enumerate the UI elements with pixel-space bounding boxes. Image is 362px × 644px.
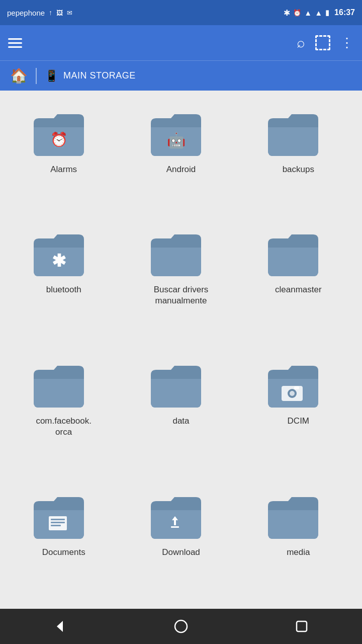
folder-icon-alarms: ⏰ xyxy=(29,106,99,161)
list-item[interactable]: Download xyxy=(122,484,239,599)
upload-icon: ↑ xyxy=(49,9,52,17)
photo-icon: 🖼 xyxy=(56,9,63,17)
folder-icon-backups xyxy=(263,106,333,161)
svg-rect-9 xyxy=(51,522,65,523)
home-icon[interactable]: 🏠 xyxy=(10,67,28,84)
folder-icon-android: 🤖 xyxy=(146,106,216,161)
battery-icon: ▮ xyxy=(325,8,329,17)
alarm-status-icon: ⏰ xyxy=(293,9,301,17)
app-bar-right: ⌕ ⋮ xyxy=(297,35,354,51)
bottom-nav xyxy=(0,609,362,644)
more-options-button[interactable]: ⋮ xyxy=(340,35,354,51)
folder-icon-bluetooth: ✱ xyxy=(29,226,99,281)
svg-text:⏰: ⏰ xyxy=(50,131,67,148)
list-item[interactable]: data xyxy=(122,352,239,478)
recents-button[interactable] xyxy=(287,611,317,641)
list-item[interactable]: com.facebook.orca xyxy=(5,352,122,478)
svg-rect-10 xyxy=(51,525,61,526)
status-bar: pepephone ↑ 🖼 ✉ ✱ ⏰ ▲ ▲ ▮ 16:37 xyxy=(0,0,362,25)
folder-icon-cleanmaster xyxy=(263,226,333,281)
home-button[interactable] xyxy=(166,611,196,641)
svg-text:✱: ✱ xyxy=(52,251,66,270)
app-bar: ⌕ ⋮ xyxy=(0,25,362,60)
bluetooth-status-icon: ✱ xyxy=(284,8,290,18)
svg-text:🤖: 🤖 xyxy=(166,131,186,149)
storage-label: Main Storage xyxy=(63,70,136,81)
svg-point-5 xyxy=(290,391,295,396)
svg-rect-8 xyxy=(51,519,65,520)
folder-icon-download xyxy=(146,489,216,544)
folder-buscar-label: Buscar drivers manualmente xyxy=(133,284,229,306)
folder-backups-label: backups xyxy=(283,164,314,175)
folder-download-label: Download xyxy=(162,547,200,558)
svg-rect-6 xyxy=(294,386,299,389)
search-button[interactable]: ⌕ xyxy=(297,35,305,51)
email-icon: ✉ xyxy=(67,9,72,17)
breadcrumb-bar: 🏠 📱 Main Storage xyxy=(0,60,362,91)
back-button[interactable] xyxy=(45,611,75,641)
list-item[interactable]: Buscar drivers manualmente xyxy=(122,221,239,347)
svg-rect-12 xyxy=(171,526,179,528)
folder-icon-buscar xyxy=(146,226,216,281)
svg-marker-13 xyxy=(57,621,63,632)
folder-bluetooth-label: bluetooth xyxy=(46,284,81,295)
list-item[interactable]: DCIM xyxy=(240,352,357,478)
folder-icon-facebook xyxy=(29,357,99,413)
folder-icon-documents xyxy=(29,489,99,544)
list-item[interactable]: 🤖 Android xyxy=(122,101,239,216)
folder-data-label: data xyxy=(172,416,189,427)
breadcrumb-divider xyxy=(36,68,37,84)
carrier-label: pepephone xyxy=(7,9,45,17)
folder-facebook-label: com.facebook.orca xyxy=(36,416,92,438)
app-bar-left xyxy=(8,38,22,48)
folder-cleanmaster-label: cleanmaster xyxy=(275,284,322,295)
list-item[interactable]: ✱ bluetooth xyxy=(5,221,122,347)
folder-alarms-label: Alarms xyxy=(50,164,77,175)
list-item[interactable]: media xyxy=(240,484,357,599)
list-item[interactable]: ⏰ Alarms xyxy=(5,101,122,216)
breadcrumb-storage[interactable]: 📱 Main Storage xyxy=(45,69,136,83)
folder-icon-data xyxy=(146,357,216,413)
svg-point-14 xyxy=(175,620,187,632)
file-grid: ⏰ Alarms 🤖 Android backups xyxy=(0,91,362,609)
storage-icon: 📱 xyxy=(45,69,58,83)
select-button[interactable] xyxy=(315,35,330,50)
list-item[interactable]: cleanmaster xyxy=(240,221,357,347)
svg-rect-15 xyxy=(297,621,307,631)
status-right: ✱ ⏰ ▲ ▲ ▮ 16:37 xyxy=(284,8,355,18)
hamburger-button[interactable] xyxy=(8,38,22,48)
folder-icon-media xyxy=(263,489,333,544)
folder-android-label: Android xyxy=(166,164,196,175)
wifi-icon: ▲ xyxy=(304,9,312,17)
list-item[interactable]: Documents xyxy=(5,484,122,599)
folder-media-label: media xyxy=(287,547,310,558)
folder-icon-dcim xyxy=(263,357,333,413)
list-item[interactable]: backups xyxy=(240,101,357,216)
status-left: pepephone ↑ 🖼 ✉ xyxy=(7,9,72,17)
signal-icon: ▲ xyxy=(315,9,322,17)
folder-documents-label: Documents xyxy=(42,547,85,558)
folder-dcim-label: DCIM xyxy=(288,416,309,427)
time-label: 16:37 xyxy=(334,8,355,17)
